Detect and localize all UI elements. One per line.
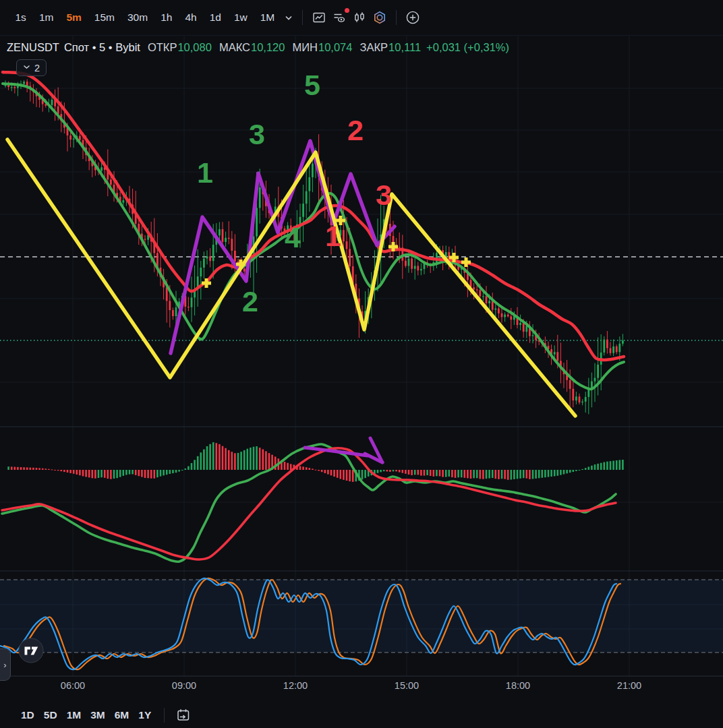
timeframe-1w[interactable]: 1w [227,9,254,26]
plus-marker [461,257,471,267]
price-change: +0,031 (+0,31%) [426,41,509,54]
strategy-hexagon-icon[interactable] [370,7,390,28]
symbol-detail: Спот • 5 • Bybit [64,41,140,54]
add-compare-icon[interactable] [403,7,423,28]
timeframe-1d[interactable]: 1d [203,9,227,26]
ohlc-high: МАКС 10,120 [219,41,285,54]
wave-label-green-5: 5 [304,71,320,100]
candles-style-icon[interactable] [349,7,370,28]
alert-dot [345,8,349,13]
ma-fast-line [3,84,624,389]
timeframe-4h[interactable]: 4h [179,9,203,26]
go-to-date-icon[interactable] [173,704,194,725]
timeframe-dropdown-caret-icon[interactable] [281,13,296,23]
chevron-down-icon [23,63,30,71]
symbol-legend[interactable]: ZENUSDT Спот • 5 • Bybit ОТКР 10,080 МАК… [7,41,509,54]
time-label: 18:00 [506,680,530,691]
object-count: 2 [34,63,40,73]
range-5D[interactable]: 5D [39,707,62,723]
wave-label-green-3: 3 [249,120,265,149]
ohlc-open: ОТКР 10,080 [148,41,212,54]
chart-canvas[interactable] [0,0,723,728]
time-label: 21:00 [617,680,641,691]
ohlc-low: МИН 10,074 [292,41,352,54]
ma-slow-line [3,72,624,360]
range-6M[interactable]: 6M [110,707,134,723]
bottom-toolbar: 1D 5D 1M 3M 6M 1Y [0,702,723,728]
symbol-name[interactable]: ZENUSDT [7,41,59,54]
timeframe-1s[interactable]: 1s [9,9,32,26]
range-3M[interactable]: 3M [86,707,110,723]
wave-label-green-4: 4 [285,223,301,252]
wave-label-green-1: 1 [197,158,213,187]
time-label: 09:00 [172,680,196,691]
timeframe-1h[interactable]: 1h [154,9,179,26]
toolbar-separator [164,708,165,723]
timeframe-15m[interactable]: 15m [88,9,121,26]
macd-signal-line [2,448,616,559]
toolbar-separator [302,10,303,25]
toolbar-separator [396,10,397,25]
tradingview-logo-icon[interactable] [17,636,45,667]
timeframe-1M[interactable]: 1M [254,9,281,26]
range-1Y[interactable]: 1Y [134,707,156,723]
time-label: 15:00 [395,680,419,691]
wave-label-red-3: 3 [376,181,392,210]
macd-pane [2,438,624,562]
time-label: 12:00 [283,680,308,691]
pane-expand-handle[interactable]: › [0,648,11,681]
time-label: 06:00 [61,680,85,691]
timeframe-5m[interactable]: 5m [60,9,88,26]
wave-label-red-1: 1 [325,222,341,251]
chart-style-icon[interactable] [309,7,329,28]
range-1M[interactable]: 1M [62,707,86,723]
wave-label-green-2: 2 [242,287,258,316]
yellow-zigzag-drawing [7,140,575,416]
ohlc-close: ЗАКР 10,111 [359,41,421,54]
time-axis[interactable]: 06:00 09:00 12:00 15:00 18:00 21:00 [0,680,723,696]
object-tree-badge[interactable]: 2 [16,59,47,76]
timeframe-1m[interactable]: 1m [32,9,60,26]
range-1D[interactable]: 1D [16,707,39,723]
timeframe-30m[interactable]: 30m [121,9,154,26]
wave-label-red-2: 2 [347,116,364,145]
indicators-list-icon[interactable] [329,7,349,28]
top-toolbar: 1s 1m 5m 15m 30m 1h 4h 1d 1w 1M [0,0,723,36]
trading-chart-app: 1s 1m 5m 15m 30m 1h 4h 1d 1w 1M [0,0,723,728]
